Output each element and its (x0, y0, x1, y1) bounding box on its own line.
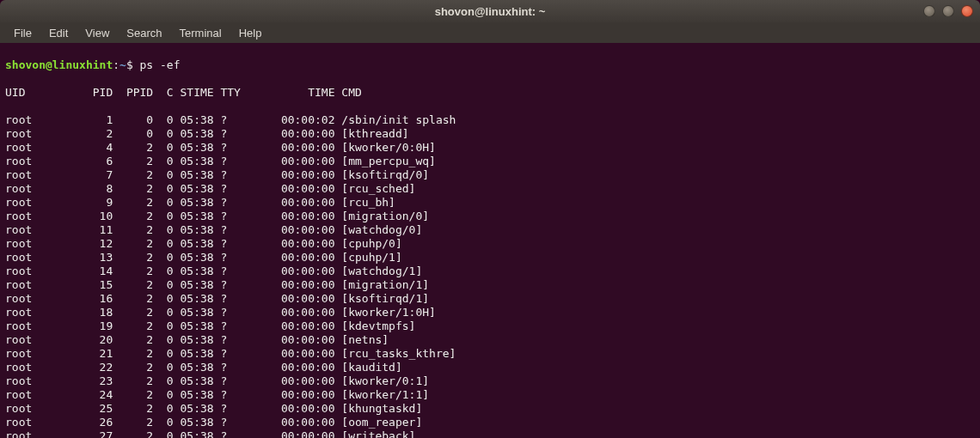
ps-row: root 10 2 0 05:38 ? 00:00:00 [migration/… (5, 210, 975, 223)
ps-row: root 6 2 0 05:38 ? 00:00:00 [mm_percpu_w… (5, 155, 975, 168)
ps-row: root 27 2 0 05:38 ? 00:00:00 [writeback] (5, 429, 975, 438)
ps-row: root 15 2 0 05:38 ? 00:00:00 [migration/… (5, 278, 975, 292)
ps-row: root 12 2 0 05:38 ? 00:00:00 [cpuhp/0] (5, 237, 975, 251)
prompt-userhost: shovon@linuxhint (5, 58, 113, 71)
ps-row: root 8 2 0 05:38 ? 00:00:00 [rcu_sched] (5, 182, 975, 196)
window-title: shovon@linuxhint: ~ (0, 5, 980, 18)
ps-row: root 13 2 0 05:38 ? 00:00:00 [cpuhp/1] (5, 251, 975, 265)
ps-row: root 26 2 0 05:38 ? 00:00:00 [oom_reaper… (5, 416, 975, 429)
ps-row: root 22 2 0 05:38 ? 00:00:00 [kauditd] (5, 361, 975, 374)
close-icon[interactable] (961, 5, 973, 17)
menu-edit[interactable]: Edit (40, 24, 77, 42)
prompt-colon: : (113, 58, 119, 71)
ps-row: root 20 2 0 05:38 ? 00:00:00 [netns] (5, 333, 975, 347)
ps-row: root 16 2 0 05:38 ? 00:00:00 [ksoftirqd/… (5, 292, 975, 306)
menu-help[interactable]: Help (230, 24, 271, 42)
prompt-line: shovon@linuxhint:~$ ps -ef (5, 58, 975, 72)
menu-terminal[interactable]: Terminal (171, 24, 230, 42)
ps-row: root 21 2 0 05:38 ? 00:00:00 [rcu_tasks_… (5, 347, 975, 361)
window-titlebar: shovon@linuxhint: ~ (0, 0, 980, 22)
menu-view[interactable]: View (77, 24, 118, 42)
ps-row: root 23 2 0 05:38 ? 00:00:00 [kworker/0:… (5, 374, 975, 388)
command-text: ps -ef (140, 58, 181, 71)
ps-row: root 2 0 0 05:38 ? 00:00:00 [kthreadd] (5, 127, 975, 141)
ps-row: root 25 2 0 05:38 ? 00:00:00 [khungtaskd… (5, 402, 975, 416)
minimize-icon[interactable] (923, 5, 935, 17)
menubar: File Edit View Search Terminal Help (0, 22, 980, 43)
prompt-dollar: $ (126, 58, 133, 71)
terminal-area[interactable]: shovon@linuxhint:~$ ps -ef UID PID PPID … (0, 43, 980, 438)
window-controls (923, 5, 973, 17)
ps-row: root 19 2 0 05:38 ? 00:00:00 [kdevtmpfs] (5, 319, 975, 333)
ps-row: root 18 2 0 05:38 ? 00:00:00 [kworker/1:… (5, 306, 975, 319)
ps-row: root 24 2 0 05:38 ? 00:00:00 [kworker/1:… (5, 388, 975, 402)
menu-file[interactable]: File (5, 24, 40, 42)
prompt-path: ~ (119, 58, 126, 71)
ps-row: root 7 2 0 05:38 ? 00:00:00 [ksoftirqd/0… (5, 168, 975, 182)
maximize-icon[interactable] (942, 5, 954, 17)
ps-row: root 14 2 0 05:38 ? 00:00:00 [watchdog/1… (5, 265, 975, 278)
ps-row: root 1 0 0 05:38 ? 00:00:02 /sbin/init s… (5, 113, 975, 127)
ps-row: root 11 2 0 05:38 ? 00:00:00 [watchdog/0… (5, 223, 975, 237)
ps-row: root 9 2 0 05:38 ? 00:00:00 [rcu_bh] (5, 196, 975, 210)
ps-row: root 4 2 0 05:38 ? 00:00:00 [kworker/0:0… (5, 141, 975, 155)
ps-header-row: UID PID PPID C STIME TTY TIME CMD (5, 86, 975, 100)
menu-search[interactable]: Search (118, 24, 170, 42)
